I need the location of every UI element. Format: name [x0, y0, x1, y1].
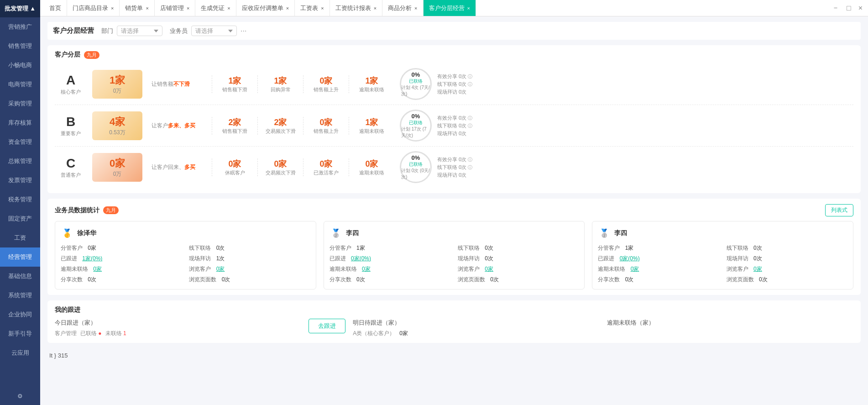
followup-today: 今日跟进（家） 客户管理 已联络 ● 未联络 1	[55, 319, 301, 337]
sidebar-item-工资[interactable]: 工资	[0, 228, 40, 247]
tier-metric-b-2[interactable]: 0家 销售额上升	[303, 117, 349, 135]
tier-metric-a-3[interactable]: 1家 逾期未联络	[349, 75, 394, 93]
sidebar-item-电商管理[interactable]: 电商管理	[0, 75, 40, 94]
tier-suggest-c: 让客户回来、多买	[148, 163, 212, 171]
tier-metric-c-0[interactable]: 0家 休眠客户	[212, 158, 257, 176]
tier-metric-b-3[interactable]: 1家 逾期未联络	[349, 117, 394, 135]
close-icon[interactable]: ×	[374, 5, 376, 11]
close-icon[interactable]: ×	[227, 5, 230, 11]
bottom-text: It } 315	[47, 348, 861, 363]
tier-metric-c-2[interactable]: 0家 已激活客户	[303, 158, 349, 176]
staff-metric-row: 浏览客户 0家	[458, 265, 579, 273]
followup-overdue: 逾期未联络（家）	[607, 319, 853, 330]
tier-metric-a-0[interactable]: 1家 销售额下滑	[212, 75, 257, 93]
tier-stats-a[interactable]: 1家 0万	[92, 70, 142, 99]
staff-metric-row: 分享次数 0次	[329, 276, 450, 284]
tab-应收应付调整单[interactable]: 应收应付调整单×	[236, 0, 295, 16]
tier-row-b: B 重要客户 4家 0.53万 让客户多来、多买 2家 销售额下滑 2家 交易频…	[55, 105, 853, 147]
staff-metric-row: 现场拜访 0次	[727, 255, 847, 263]
tier-metric-a-1[interactable]: 1家 回购异常	[257, 75, 303, 93]
tier-row-c: C 普通客户 0家 0万 让客户回来、多买 0家 休眠客户 0家 交易频次下滑	[55, 147, 853, 188]
sidebar-item-基础信息[interactable]: 基础信息	[0, 267, 40, 286]
sidebar-item-企业协同[interactable]: 企业协同	[0, 305, 40, 324]
staff-name-2: 李四	[614, 229, 627, 237]
staff-metric-row: 已跟进 0家(0%)	[329, 255, 450, 263]
dept-select[interactable]: 请选择	[117, 26, 162, 36]
staff-card-2: 🥈 李四 分管客户 1家 线下联络 0次 已跟进 0家(0%) 现场拜访 0次 …	[592, 221, 853, 289]
tier-circle-c: 0% 已联络 计划 0次 (0天/次)	[400, 151, 432, 183]
sidebar-item-总账管理[interactable]: 总账管理	[0, 152, 40, 171]
customer-tiers-badge: 九月	[84, 51, 99, 59]
tab-门店商品目录[interactable]: 门店商品目录×	[67, 0, 120, 16]
tier-metric-c-1[interactable]: 0家 交易频次下滑	[257, 158, 303, 176]
tab-生成凭证[interactable]: 生成凭证×	[195, 0, 236, 16]
tab-客户分层经营[interactable]: 客户分层经营×	[424, 0, 476, 16]
sidebar-item-云应用[interactable]: 云应用	[0, 343, 40, 363]
staff-avatar-0: 🥇	[61, 227, 73, 240]
sidebar-item-系统管理[interactable]: 系统管理	[0, 286, 40, 305]
tier-metric-a-2[interactable]: 0家 销售额上升	[303, 75, 349, 93]
sidebar-item-小畅电商[interactable]: 小畅电商	[0, 56, 40, 75]
staff-stats-header: 业务员数据统计 九月 列表式	[55, 204, 853, 216]
sidebar-item-发票管理[interactable]: 发票管理	[0, 171, 40, 190]
close-icon[interactable]: ×	[146, 5, 148, 11]
tier-right-stats-c: 有效分享 0次 ⓘ 线下联络 0次 ⓘ 现场拜访 0次	[437, 156, 492, 179]
close-icon[interactable]: ×	[286, 5, 289, 11]
close-icon[interactable]: ×	[467, 5, 470, 11]
sidebar-top[interactable]: 批发管理 ▲	[0, 0, 40, 17]
tab-restore-button[interactable]: □	[845, 4, 853, 12]
sidebar-item-税务管理[interactable]: 税务管理	[0, 190, 40, 209]
close-icon[interactable]: ×	[111, 5, 114, 11]
staff-metric-row: 分享次数 0次	[598, 276, 719, 284]
followup-today-label: 今日跟进（家）	[55, 319, 301, 327]
tier-suggest-a: 让销售额不下滑	[148, 80, 212, 88]
staff-avatar-2: 🥈	[598, 227, 611, 240]
sidebar-item-固定资产[interactable]: 固定资产	[0, 209, 40, 228]
sidebar-item-采购管理[interactable]: 采购管理	[0, 94, 40, 113]
tier-suggest-b: 让客户多来、多买	[148, 122, 212, 130]
close-icon[interactable]: ×	[187, 5, 189, 11]
sidebar-item-销售管理[interactable]: 销售管理	[0, 37, 40, 56]
sidebar-item-营销推广[interactable]: 营销推广	[0, 17, 40, 37]
go-followup-button[interactable]: 去跟进	[309, 319, 345, 333]
staff-metric-row: 线下联络 0次	[727, 244, 847, 252]
tier-metric-b-1[interactable]: 2家 交易频次下滑	[257, 117, 303, 135]
tier-metric-b-0[interactable]: 2家 销售额下滑	[212, 117, 257, 135]
tab-close-button[interactable]: ×	[857, 4, 864, 12]
tier-stats-c[interactable]: 0家 0万	[92, 153, 142, 182]
sidebar-item-经营管理[interactable]: 经营管理	[0, 247, 40, 267]
more-filter-button[interactable]: ···	[241, 27, 246, 35]
tier-right-stats-a: 有效分享 0次 ⓘ 线下联络 0次 ⓘ 现场拜访 0次	[437, 73, 492, 95]
tab-店铺管理[interactable]: 店铺管理×	[155, 0, 195, 16]
staff-name-0: 徐泽华	[77, 229, 96, 237]
staff-card-1: 🥈 李四 分管客户 1家 线下联络 0次 已跟进 0家(0%) 现场拜访 0次 …	[324, 221, 585, 289]
list-view-button[interactable]: 列表式	[825, 204, 853, 216]
tab-工资表[interactable]: 工资表×	[295, 0, 329, 16]
settings-button[interactable]: ⚙	[0, 387, 40, 405]
tab-minimize-button[interactable]: －	[830, 3, 841, 13]
staff-metric-row: 分管客户 1家	[329, 244, 450, 252]
staff-avatar-1: 🥈	[329, 227, 342, 240]
staff-metric-row: 线下联络 0次	[458, 244, 579, 252]
staff-grid: 🥇 徐泽华 分管客户 0家 线下联络 0次 已跟进 1家(0%) 现场拜访 1次…	[55, 221, 853, 289]
staff-metric-row: 浏览页面数 0次	[458, 276, 579, 284]
sidebar-item-资金管理[interactable]: 资金管理	[0, 132, 40, 152]
close-icon[interactable]: ×	[414, 5, 417, 11]
tier-metric-c-3[interactable]: 0家 逾期未联络	[349, 158, 394, 176]
tier-stats-b[interactable]: 4家 0.53万	[92, 111, 142, 140]
sidebar-item-新手引导[interactable]: 新手引导	[0, 324, 40, 343]
sidebar-item-库存核算[interactable]: 库存核算	[0, 113, 40, 132]
tab-工资统计报表[interactable]: 工资统计报表×	[330, 0, 382, 16]
staff-metric-row: 逾期未联络 0家	[598, 265, 719, 273]
tab-首页[interactable]: 首页	[44, 0, 67, 16]
close-icon[interactable]: ×	[321, 5, 324, 11]
tier-right-stats-b: 有效分享 0次 ⓘ 线下联络 0次 ⓘ 现场拜访 0次	[437, 115, 492, 137]
tab-商品分析[interactable]: 商品分析×	[382, 0, 423, 16]
followup-grid: 今日跟进（家） 客户管理 已联络 ● 未联络 1 去跟进 明日待跟进（家） A类…	[55, 319, 853, 337]
staff-metric-row: 现场拜访 0次	[458, 255, 579, 263]
tab-销货单[interactable]: 销货单×	[120, 0, 154, 16]
staff-select[interactable]: 请选择	[191, 26, 237, 36]
staff-stats-badge: 九月	[103, 206, 119, 214]
followup-tomorrow: 明日待跟进（家） A类（核心客户） 0家	[353, 319, 599, 337]
staff-metric-row: 浏览页面数 0次	[189, 276, 310, 284]
